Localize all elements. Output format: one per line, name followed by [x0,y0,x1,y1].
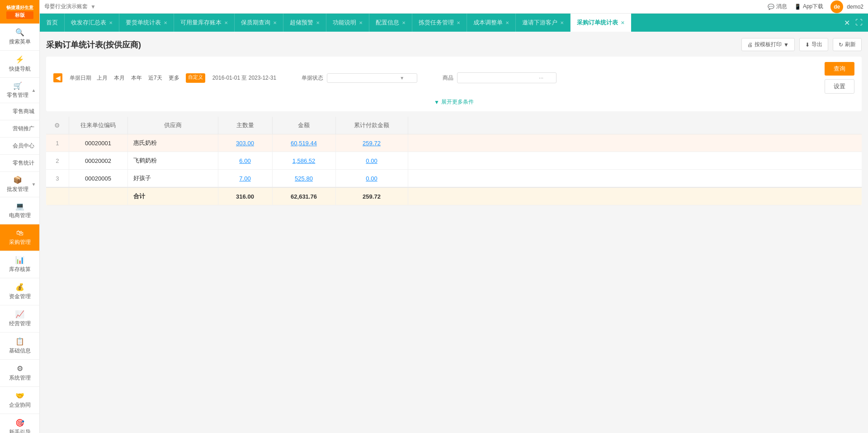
tab-invite-downstream[interactable]: 邀请下游客户 ✕ [516,14,571,32]
search-icon: 🔍 [15,28,24,37]
cell-amount[interactable]: 60,519.44 [272,134,335,152]
sidebar: 畅捷通好生意 标版 🔍 搜索英单 ⚡ 快捷导航 🛒 零售管理 ▲ 零售商城 营销… [0,0,40,433]
date-shortcut-this-year[interactable]: 本年 [129,73,144,83]
tab-inventory-ledger[interactable]: 可用量库存账本 ✕ [174,14,235,32]
settings-button[interactable]: 设置 [825,79,854,94]
toggle-filter-button[interactable]: ◀ [53,73,62,82]
expand-row: ▼ 展开更多条件 [53,98,854,106]
tab-close-icon[interactable]: ✕ [316,20,320,25]
cell-seq: 1 [46,134,69,152]
tab-expiry-query[interactable]: 保质期查询 ✕ [235,14,283,32]
print-button[interactable]: 🖨 按模板打印 ▼ [741,38,795,51]
footer-empty-1 [46,187,69,205]
tab-close-all-button[interactable]: ✕ [842,17,852,29]
cell-code: 00020005 [69,170,127,188]
refresh-button[interactable]: ↻ 刷新 [833,38,862,51]
company-name: 母婴行业演示账套 [44,3,88,10]
cell-code: 00020002 [69,152,127,170]
sidebar-item-ecommerce[interactable]: 💻 电商管理 [0,197,40,224]
table-footer: 合计 316.00 62,631.76 259.72 [46,187,862,205]
query-button[interactable]: 查询 [825,62,854,76]
topbar-right: 💬 消息 📱 App下载 de demo2 [768,0,863,13]
sidebar-item-enterprise[interactable]: 🤝 企业协同 [0,387,40,414]
date-shortcut-last-month[interactable]: 上月 [95,73,109,83]
tab-bar: 首页 收发存汇总表 ✕ 要货单统计表 ✕ 可用量库存账本 ✕ 保质期查询 ✕ 超… [40,14,868,32]
sidebar-item-search[interactable]: 🔍 搜索英单 [0,24,40,51]
table-row: 2 00020002 飞鹤奶粉 6.00 1,586.52 0.00 [46,152,862,170]
cell-paid[interactable]: 0.00 [335,152,408,170]
tab-purchase-order-stat[interactable]: 采购订单统计表 ✕ [571,14,631,32]
sidebar-item-marketing[interactable]: 营销推广 [0,120,40,138]
sidebar-item-finance[interactable]: 💰 资金管理 [0,278,40,305]
date-shortcut-this-month[interactable]: 本月 [112,73,127,83]
app-download-button[interactable]: 📱 App下载 [794,3,823,10]
cell-qty[interactable]: 6.00 [218,152,272,170]
tab-order-summary[interactable]: 要货单统计表 ✕ [119,14,174,32]
cell-qty[interactable]: 303.00 [218,134,272,152]
cell-qty[interactable]: 7.00 [218,170,272,188]
tab-close-icon[interactable]: ✕ [109,20,113,25]
sidebar-item-retail[interactable]: 🛒 零售管理 ▲ [0,78,40,103]
sidebar-item-system[interactable]: ⚙ 系统管理 [0,360,40,387]
goods-input[interactable]: ··· [457,72,557,83]
tab-close-icon[interactable]: ✕ [621,20,624,25]
tab-close-icon[interactable]: ✕ [359,20,363,25]
export-button[interactable]: ⬇ 导出 [799,38,828,51]
sidebar-item-newbie[interactable]: 🎯 新手引导 [0,414,40,433]
sidebar-item-basic[interactable]: 📋 基础信息 [0,333,40,360]
tab-function-desc[interactable]: 功能说明 ✕ [326,14,369,32]
ops-icon: 📈 [15,310,24,319]
sidebar-item-purchase[interactable]: 🛍 采购管理 [0,224,40,251]
tab-maximize-button[interactable]: ⛶ [854,17,864,29]
status-select[interactable]: ▼ [327,73,417,83]
footer-paid: 259.72 [335,187,408,205]
tab-close-icon[interactable]: ✕ [560,20,564,25]
column-settings-icon[interactable]: ⚙ [54,122,60,129]
data-table-container: ⚙ 往来单位编码 供应商 主数量 金额 累计付款金额 1 00020001 惠氏… [46,117,862,205]
sidebar-item-ops[interactable]: 📈 经营管理 [0,305,40,333]
cell-extra [408,152,862,170]
print-arrow-icon: ▼ [783,42,789,48]
tab-close-icon[interactable]: ✕ [505,20,509,25]
retail-icon: 🛒 [13,81,22,90]
cell-paid[interactable]: 0.00 [335,170,408,188]
refresh-icon: ↻ [839,42,843,48]
cell-paid[interactable]: 259.72 [335,134,408,152]
footer-amount: 62,631.76 [272,187,335,205]
sidebar-item-inventory[interactable]: 📊 库存核算 [0,251,40,278]
tab-receive-summary[interactable]: 收发存汇总表 ✕ [65,14,119,32]
user-area: de demo2 [830,0,863,13]
sidebar-item-member[interactable]: 会员中心 [0,138,40,155]
cell-supplier: 飞鹤奶粉 [127,152,218,170]
tab-home[interactable]: 首页 [40,14,65,32]
tab-overstock-alert[interactable]: 超储预警 ✕ [283,14,326,32]
expand-more-button[interactable]: ▼ 展开更多条件 [434,98,474,106]
date-shortcut-7days[interactable]: 近7天 [146,73,164,83]
tab-close-icon[interactable]: ✕ [224,20,228,25]
tab-cost-adjust[interactable]: 成本调整单 ✕ [467,14,516,32]
table-header-row: ⚙ 往来单位编码 供应商 主数量 金额 累计付款金额 [46,117,862,134]
dropdown-icon[interactable]: ▼ [90,4,96,10]
goods-more-icon: ··· [539,75,543,81]
tab-close-icon[interactable]: ✕ [457,20,460,25]
wholesale-icon: 📦 [13,176,22,184]
tab-config-info[interactable]: 配置信息 ✕ [369,14,412,32]
tab-picking-task[interactable]: 拣货任务管理 ✕ [412,14,467,32]
cell-amount[interactable]: 525.80 [272,170,335,188]
date-shortcut-more[interactable]: 更多 [167,73,181,83]
cell-amount[interactable]: 1,586.52 [272,152,335,170]
filter-status: 单据状态 ▼ [302,73,417,83]
sidebar-item-retail-stat[interactable]: 零售统计 [0,155,40,172]
sidebar-item-wholesale[interactable]: 📦 批发管理 ▼ [0,172,40,197]
sidebar-item-retail-mall[interactable]: 零售商城 [0,103,40,120]
message-button[interactable]: 💬 消息 [768,3,787,10]
data-table: ⚙ 往来单位编码 供应商 主数量 金额 累计付款金额 1 00020001 惠氏… [46,117,862,205]
export-icon: ⬇ [805,42,810,48]
tab-close-icon[interactable]: ✕ [273,20,277,25]
cell-supplier: 好孩子 [127,170,218,188]
message-icon: 💬 [768,4,774,10]
retail-arrow-icon: ▲ [32,88,36,93]
tab-close-icon[interactable]: ✕ [402,20,406,25]
sidebar-item-quicknav[interactable]: ⚡ 快捷导航 [0,51,40,78]
tab-close-icon[interactable]: ✕ [164,20,167,25]
